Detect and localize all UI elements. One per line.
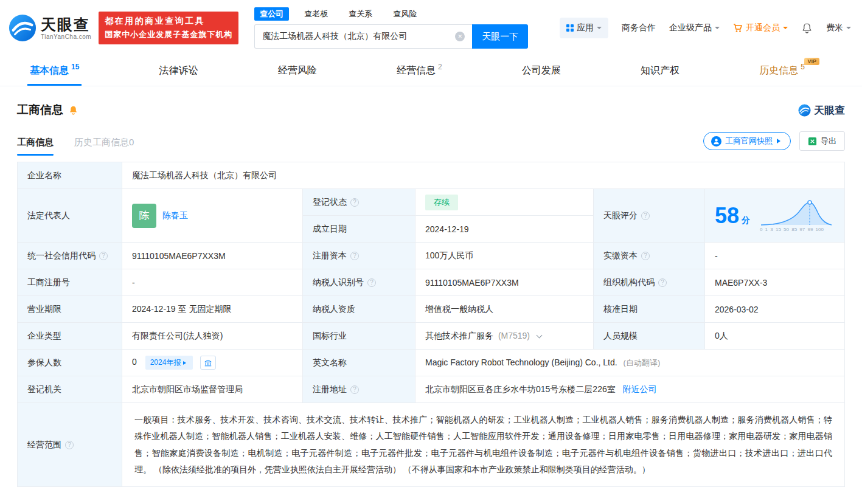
reg-address-value: 北京市朝阳区豆各庄乡水牛坊015号东楼二层226室 [425,384,616,394]
establish-date-value: 2024-12-19 [425,224,469,234]
field-label-company-type: 企业类型 [18,323,122,350]
logo-domain-text: TianYanCha.com [41,33,91,41]
search-button[interactable]: 天眼一下 [472,24,528,49]
section-header: 工商信息 天眼查 [17,102,845,118]
field-label-reg-authority: 登记机关 [18,376,122,403]
field-value-credit-code: 91110105MAE6P7XX3M [122,243,303,269]
search-tab-company[interactable]: 查公司 [254,7,289,21]
chevron-down-icon [715,27,720,32]
field-label-company-name: 企业名称 [18,162,122,189]
help-icon[interactable] [99,252,108,260]
field-label-taxpayer-quality: 纳税人资质 [303,296,415,323]
gov-report-button[interactable] [200,356,216,370]
export-button[interactable]: 导出 [799,131,845,151]
label-text: 纳税人资质 [313,304,355,315]
nearby-company-link[interactable]: 附近公司 [623,384,657,394]
label-text: 工商注册号 [27,277,70,288]
notification-bell[interactable] [801,22,813,34]
tab-operating-info[interactable]: 经营信息 2 [394,56,445,86]
score-axis-labels: 0 1 3 15 50 85 97 99 100 [760,227,833,232]
app-menu-label: 应用 [577,22,594,33]
help-icon[interactable] [641,212,650,220]
search-input[interactable] [262,32,455,41]
snapshot-button[interactable]: 工商官网快照 [703,132,791,150]
table-row: 企业类型 有限责任公司(法人独资) 国标行业 其他技术推广服务 (M7519) … [18,323,845,350]
field-value-score: 58 分 0 1 3 15 50 85 97 99 100 [705,189,845,243]
promo-line-1: 都在用的商业查询工具 [105,16,232,27]
label-text: 人员规模 [603,331,638,342]
company-type-value: 有限责任公司(法人独资) [132,331,223,340]
field-value-reg-number: - [122,269,303,296]
export-button-label: 导出 [821,136,836,147]
snapshot-button-label: 工商官网快照 [725,136,773,147]
tab-history-info[interactable]: VIP 历史信息 5 [757,56,807,86]
label-text: 经营范围 [27,440,61,450]
score-chart[interactable]: 0 1 3 15 50 85 97 99 100 [760,199,833,232]
enterprise-label: 企业级产品 [669,22,712,33]
tab-label: 历史信息 [759,64,798,77]
field-value-reg-capital: 100万人民币 [415,243,594,269]
cart-icon [733,23,743,33]
help-icon[interactable] [65,441,74,449]
chevron-down-icon[interactable] [536,332,542,338]
label-text: 企业类型 [27,331,61,342]
promo-banner[interactable]: 都在用的商业查询工具 国家中小企业发展子基金旗下机构 [99,12,238,44]
table-row: 工商注册号 - 纳税人识别号 91110105MAE6P7XX3M 组织机构代码… [18,269,845,296]
business-cooperation-link[interactable]: 商务合作 [622,22,656,33]
tab-label: 公司发展 [522,64,561,77]
help-icon[interactable] [658,278,667,287]
username-label: 费米 [826,22,843,33]
field-value-reg-status: 存续 [415,189,594,216]
tab-label: 知识产权 [641,64,680,77]
field-label-reg-number: 工商注册号 [18,269,122,296]
annual-report-badge[interactable]: 2024年报 [145,356,193,370]
subtab-business-info[interactable]: 工商信息 [17,137,54,156]
taxpayer-quality-value: 增值税一般纳税人 [425,304,493,314]
search-tab-boss[interactable]: 查老板 [299,7,333,21]
legal-rep-link[interactable]: 陈春玉 [162,210,188,221]
user-menu[interactable]: 费米 [826,22,851,33]
legal-rep-avatar[interactable]: 陈 [132,204,156,228]
subtab-history-business-info[interactable]: 历史工商信息0 [74,137,134,156]
chevron-down-icon [597,27,602,32]
tab-basic-info[interactable]: 基本信息 15 [27,56,82,86]
vip-label: 开通会员 [746,22,780,33]
clear-icon[interactable] [455,32,465,41]
help-icon[interactable] [367,278,376,287]
business-info-table: 企业名称 魔法工场机器人科技（北京）有限公司 法定代表人 陈 陈春玉 登记状态 [17,162,845,487]
enterprise-products-menu[interactable]: 企业级产品 [669,22,720,33]
logo-text: 天眼查 TianYanCha.com [41,16,91,40]
tianyancha-logo[interactable]: 天眼查 TianYanCha.com [9,14,91,42]
label-text: 核准日期 [603,304,638,315]
search-tab-relation[interactable]: 查关系 [343,7,378,21]
table-row: 登记机关 北京市朝阳区市场监督管理局 注册地址 北京市朝阳区豆各庄乡水牛坊015… [18,376,845,403]
field-value-company-type: 有限责任公司(法人独资) [122,323,303,350]
field-label-reg-address: 注册地址 [303,376,415,403]
field-value-business-scope: 一般项目：技术服务、技术开发、技术咨询、技术交流、技术转让、技术推广；智能机器人… [122,403,845,487]
promo-line-2: 国家中小企业发展子基金旗下机构 [105,29,232,40]
section-title: 工商信息 [17,102,63,118]
chevron-down-icon [783,27,788,32]
tab-intellectual-property[interactable]: 知识产权 [638,56,682,86]
field-label-industry: 国标行业 [303,323,415,350]
field-value-reg-authority: 北京市朝阳区市场监督管理局 [122,376,303,403]
app-menu[interactable]: 应用 [560,18,608,38]
search-tab-risk[interactable]: 查风险 [388,7,422,21]
tab-operating-risk[interactable]: 经营风险 [276,56,319,86]
table-row: 营业期限 2024-12-19 至 无固定期限 纳税人资质 增值税一般纳税人 核… [18,296,845,323]
subscribe-bell-icon[interactable] [68,105,78,116]
tab-legal-litigation[interactable]: 法律诉讼 [157,56,201,86]
help-icon[interactable] [350,252,359,260]
tab-count: 2 [438,63,442,71]
insured-count-value: 0 [132,357,137,367]
arrow-right-icon [183,361,188,365]
vip-upgrade-menu[interactable]: 开通会员 [733,22,788,33]
field-value-paid-capital: - [705,243,845,269]
help-icon[interactable] [641,252,650,260]
field-label-reg-capital: 注册资本 [303,243,415,269]
label-text: 统一社会信用代码 [27,250,96,261]
english-name-value: Magic Factory Robot Technology (Beijing)… [425,357,617,367]
help-icon[interactable] [350,385,359,394]
help-icon[interactable] [350,198,359,207]
tab-company-development[interactable]: 公司发展 [520,56,563,86]
